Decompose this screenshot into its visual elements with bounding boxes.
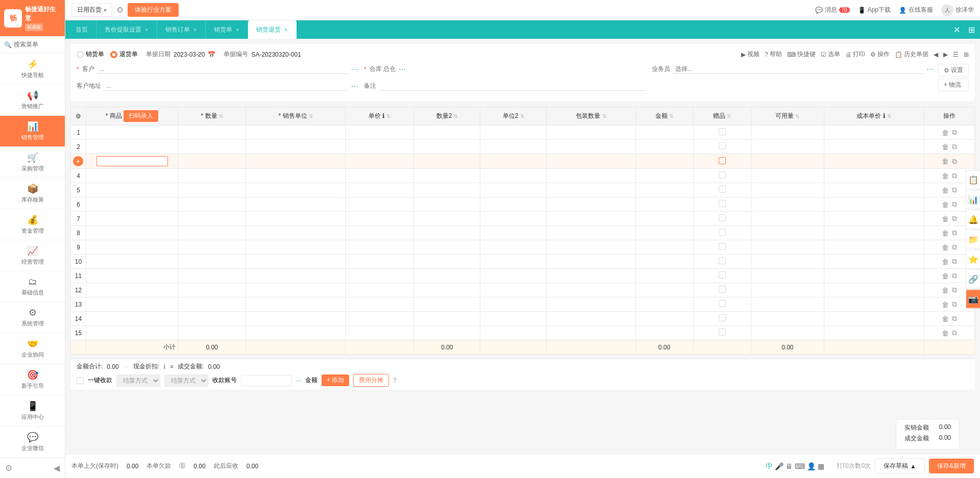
gift-checkbox[interactable] (719, 157, 726, 164)
user-icon[interactable]: 👤 (807, 462, 816, 470)
pack-qty-cell[interactable] (547, 125, 635, 140)
sort-icon[interactable]: ⇅ (602, 113, 606, 119)
sort-icon[interactable]: ⇅ (727, 113, 731, 119)
gift-checkbox[interactable] (719, 271, 726, 279)
delete-icon[interactable]: 🗑 (942, 300, 949, 309)
customer-input[interactable] (97, 64, 348, 74)
delete-icon[interactable]: 🗑 (942, 200, 949, 209)
sort-icon[interactable]: ⇅ (669, 113, 673, 119)
scan-btn[interactable]: 扫码录入 (124, 110, 158, 122)
keyboard-icon[interactable]: ⌨ (795, 462, 805, 470)
save-new-btn[interactable]: 保存&新增 (929, 459, 974, 473)
sort-icon[interactable]: ⇅ (386, 113, 390, 119)
more-accounts-icon[interactable]: ··· (296, 377, 301, 384)
delete-icon[interactable]: 🗑 (942, 243, 949, 251)
rfloat-btn-4[interactable]: 📁 (966, 230, 980, 248)
rfloat-btn-1[interactable]: 📋 (966, 170, 980, 189)
next-page-icon[interactable]: ▶ (943, 51, 948, 58)
qty-cell[interactable] (178, 154, 246, 169)
radio-delivery[interactable]: 销货单 (77, 50, 104, 59)
docno-value[interactable]: SA-20230320-001 (251, 51, 301, 58)
qty2-cell[interactable] (414, 154, 480, 169)
sidebar-item-sales[interactable]: 📊 销售管理 (0, 116, 65, 147)
gift-checkbox[interactable] (719, 229, 726, 236)
shortcut-btn[interactable]: ⌨ 快捷键 (787, 50, 816, 59)
th-settings[interactable]: ⚙ (71, 107, 86, 125)
copy-icon[interactable]: ⧉ (952, 128, 957, 137)
unit-cell[interactable] (246, 154, 346, 169)
tab-grid-icon[interactable]: ⊞ (965, 25, 978, 35)
customer-more-icon[interactable]: ··· (351, 65, 358, 74)
operation-btn[interactable]: ⚙ 操作 (870, 50, 890, 59)
gift-cell[interactable] (693, 154, 751, 169)
delete-icon[interactable]: 🗑 (942, 286, 949, 294)
cost-price-cell[interactable] (824, 125, 924, 140)
tab-sales-return[interactable]: 销货退货 ✕ (248, 20, 297, 39)
sort-icon[interactable]: ⇅ (795, 113, 799, 119)
delete-icon[interactable]: 🗑 (942, 329, 949, 337)
table-settings-icon[interactable]: ⚙ (76, 113, 81, 120)
sidebar-item-system[interactable]: ⚙ 系统管理 (0, 302, 65, 333)
tab-prev-icon[interactable]: ✕ (950, 25, 963, 35)
qty-cell[interactable] (178, 140, 246, 154)
gift-checkbox[interactable] (719, 171, 726, 179)
mic-icon[interactable]: 🎤 (775, 462, 783, 470)
available-cell[interactable] (751, 140, 824, 154)
amount-cell[interactable] (635, 140, 693, 154)
copy-icon[interactable]: ⧉ (952, 243, 957, 251)
gift-cell[interactable] (693, 125, 751, 140)
sidebar-collapse-icon[interactable]: ◀ (54, 463, 60, 473)
input-method-icon[interactable]: 中 (766, 462, 773, 471)
rfloat-btn-5[interactable]: ⭐ (966, 249, 980, 268)
available-cell[interactable] (751, 154, 824, 169)
experience-btn[interactable]: 体验行业方案 (128, 3, 179, 17)
current-debt-val[interactable]: ⓪ (179, 462, 185, 470)
sidebar-item-quick-nav[interactable]: ⚡ 快捷导航 (0, 54, 65, 85)
copy-icon[interactable]: ⧉ (952, 271, 957, 280)
search-menu[interactable]: 🔍 搜索菜单 (0, 36, 65, 54)
product-input-active[interactable] (96, 156, 168, 166)
date-value[interactable]: 2023-03-20 (174, 51, 205, 58)
copy-icon[interactable]: ⧉ (952, 229, 957, 237)
pack-qty-cell[interactable] (547, 154, 635, 169)
calc-method-select[interactable]: 结算方式 (164, 374, 208, 387)
unit2-cell[interactable] (480, 154, 547, 169)
cost-price-cell[interactable] (824, 154, 924, 169)
staff-input[interactable] (673, 64, 923, 74)
gift-checkbox[interactable] (719, 200, 726, 207)
account-input[interactable] (241, 375, 292, 386)
sidebar-item-guide[interactable]: 🎯 新手引导 (0, 364, 65, 395)
split-info-icon[interactable]: ? (393, 377, 397, 384)
delete-icon[interactable]: 🗑 (942, 143, 949, 151)
sidebar-item-apps[interactable]: 📱 应用中心 (0, 395, 65, 426)
price-cell[interactable] (346, 154, 414, 169)
split-btn[interactable]: 费用分摊 (353, 374, 389, 387)
gift-checkbox[interactable] (719, 214, 726, 221)
gift-cell[interactable] (693, 140, 751, 154)
copy-icon[interactable]: ⧉ (952, 142, 957, 151)
copy-icon[interactable]: ⧉ (952, 314, 957, 323)
delete-icon[interactable]: 🗑 (942, 129, 949, 137)
add-payment-btn[interactable]: + 添加 (322, 374, 349, 386)
topbar-gear-icon[interactable]: ⚙ (116, 5, 124, 15)
cost-price-cell[interactable] (824, 140, 924, 154)
gift-checkbox[interactable] (719, 257, 726, 264)
barcode-icon[interactable]: ▦ (818, 462, 824, 470)
remark-input[interactable] (379, 81, 645, 91)
industry-select[interactable]: 日用百货 ▾ (71, 3, 112, 17)
gift-checkbox[interactable] (719, 300, 726, 307)
qty-cell[interactable] (178, 125, 246, 140)
sidebar-item-wechat[interactable]: 💬 企业微信 (0, 426, 65, 458)
copy-icon[interactable]: ⧉ (952, 186, 957, 194)
sidebar-item-purchase[interactable]: 🛒 采购管理 (0, 147, 65, 178)
select-btn[interactable]: ☑ 选单 (821, 50, 840, 59)
cash-discount-info-icon[interactable]: ℹ (163, 363, 166, 370)
help-btn[interactable]: ? 帮助 (765, 50, 782, 59)
sidebar-item-operations[interactable]: 📈 经营管理 (0, 240, 65, 271)
delete-icon[interactable]: 🗑 (942, 157, 949, 165)
sidebar-item-finance[interactable]: 💰 资金管理 (0, 209, 65, 240)
save-draft-btn[interactable]: 保存草稿 ▲ (875, 458, 925, 474)
delete-icon[interactable]: 🗑 (942, 258, 949, 266)
sort-icon[interactable]: ⇅ (454, 113, 458, 119)
gift-checkbox[interactable] (719, 142, 726, 149)
